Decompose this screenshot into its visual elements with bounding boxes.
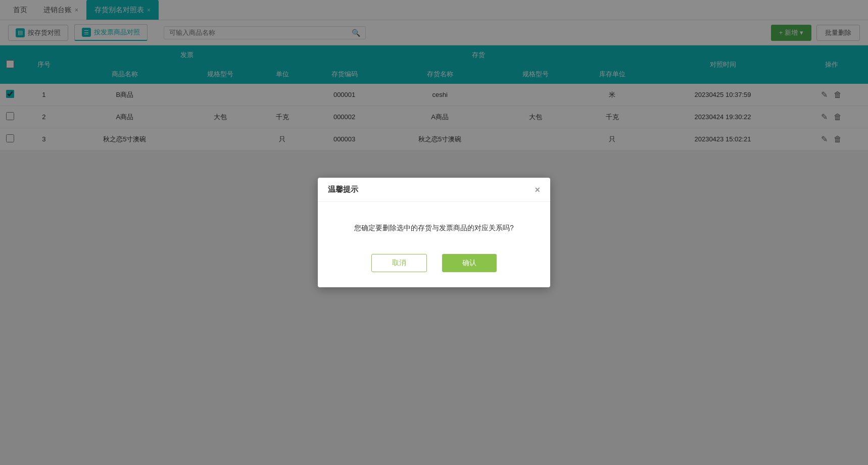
dialog-overlay: 温馨提示 × 您确定要删除选中的存货与发票商品的对应关系吗? 取消 确认 bbox=[0, 0, 868, 150]
